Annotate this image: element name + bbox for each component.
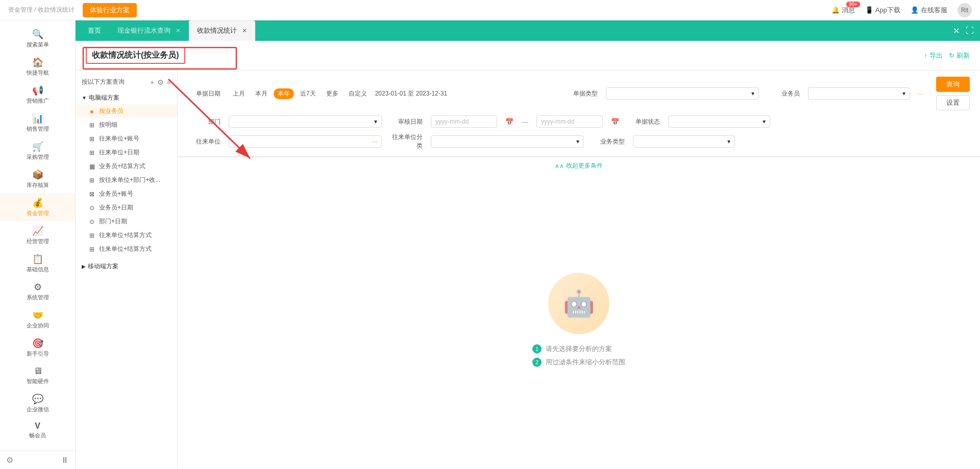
set-button[interactable]: 设置 <box>936 95 970 110</box>
voucher-type-label: 单据类型 <box>565 89 598 98</box>
scheme-item-detail[interactable]: ⊞ 按明细 <box>76 118 177 132</box>
message-button[interactable]: 🔔 消息 99+ <box>831 6 855 15</box>
sidebar-item-search[interactable]: 🔍 搜索菜单 <box>0 25 75 53</box>
sidebar-label-sales: 销售管理 <box>27 125 49 133</box>
sidebar-item-quick[interactable]: 🏠 快捷导航 <box>0 53 75 81</box>
sidebar-item-hardware[interactable]: 🖥 智能硬件 <box>0 362 75 389</box>
sidebar-item-member[interactable]: V 畅会员 <box>0 417 75 443</box>
sidebar-label-search: 搜索菜单 <box>27 41 49 49</box>
scheme-item-unit-settle2-label: 往来单位+结算方式 <box>99 245 152 253</box>
sidebar-item-inventory[interactable]: 📦 库存核算 <box>0 165 75 193</box>
date-tab-thisyear[interactable]: 本年 <box>274 88 294 99</box>
sidebar-item-system[interactable]: ⚙ 系统管理 <box>0 277 75 306</box>
date-tab-thismonth[interactable]: 本月 <box>251 88 272 99</box>
counterparty-select[interactable]: ··· <box>229 135 382 148</box>
sidebar-item-sales[interactable]: 📊 销售管理 <box>0 109 75 137</box>
voucher-type-select[interactable]: ▾ <box>606 87 759 100</box>
business-type-select[interactable]: ▾ <box>633 135 735 148</box>
filter-sidebar-header: 按以下方案查询 + ⚙ « <box>76 75 177 89</box>
sidebar-item-marketing[interactable]: 📢 营销推广 <box>0 81 75 109</box>
online-service-label: 在线客服 <box>921 6 947 15</box>
sidebar-item-finance[interactable]: 💰 资金管理 <box>0 193 75 221</box>
search-icon: 🔍 <box>32 29 43 40</box>
scheme-item-unit-date[interactable]: ⊞ 往来单位+日期 <box>76 146 177 159</box>
date-tab-custom[interactable]: 自定义 <box>345 88 371 99</box>
review-date-from-cal-icon[interactable]: 📅 <box>505 118 513 126</box>
sidebar-label-wechat: 企业微信 <box>27 406 49 413</box>
scheme-item-salesman[interactable]: ● 按业务员 <box>76 104 177 118</box>
query-action-buttons: 查询 设置 <box>936 77 970 110</box>
sidebar-item-purchase[interactable]: 🛒 采购管理 <box>0 137 75 165</box>
date-tab-lastmonth[interactable]: 上月 <box>229 88 249 99</box>
tab-bank[interactable]: 现金银行流水查询 ✕ <box>109 20 189 41</box>
home-icon: 🏠 <box>32 57 43 68</box>
review-date-from[interactable]: yyyy-mm-dd <box>431 115 497 128</box>
add-scheme-button[interactable]: + <box>150 78 154 86</box>
scheme-item-salesman-date[interactable]: ⊙ 业务员+日期 <box>76 201 177 215</box>
salesman-more-icon[interactable]: ··· <box>918 90 924 98</box>
tab-bank-close[interactable]: ✕ <box>176 27 181 34</box>
tab-collection-close[interactable]: ✕ <box>242 27 247 34</box>
collapse-sidebar-button[interactable]: « <box>167 78 171 86</box>
query-button[interactable]: 查询 <box>936 77 970 92</box>
tab-home-label: 首页 <box>88 26 101 35</box>
tab-bar: 首页 现金银行流水查询 ✕ 收款情况统计 ✕ ✕ ⛶ <box>76 20 980 41</box>
unit-date-icon: ⊞ <box>88 149 96 157</box>
filter-row-3: 往来单位 ··· 往来单位分类 ▾ 业务类型 ▾ <box>188 133 970 150</box>
empty-step-2: 2 用过滤条件来缩小分析范围 <box>532 358 625 367</box>
dept-select[interactable]: ▾ <box>229 115 382 128</box>
avatar-text: Rit <box>961 7 969 14</box>
member-icon: V <box>35 421 40 431</box>
mobile-scheme-group-title[interactable]: ▶ 移动端方案 <box>76 260 177 273</box>
scheme-item-unit-account[interactable]: ⊞ 往来单位+账号 <box>76 132 177 146</box>
collapse-icon: ∧∧ <box>555 162 564 170</box>
scheme-item-unit-settle2[interactable]: ⊞ 往来单位+结算方式 <box>76 242 177 256</box>
scheme-item-unit-settle1[interactable]: ⊞ 往来单位+结算方式 <box>76 228 177 242</box>
scheme-item-dept-date[interactable]: ⊙ 部门+日期 <box>76 215 177 228</box>
sidebar-item-guide[interactable]: 🎯 新手引导 <box>0 334 75 362</box>
unit-dept-icon: ⊞ <box>88 176 96 184</box>
tab-close-all-icon[interactable]: ✕ <box>953 26 960 36</box>
sidebar-item-operation[interactable]: 📈 经营管理 <box>0 221 75 249</box>
sidebar-item-wechat[interactable]: 💬 企业微信 <box>0 389 75 417</box>
tab-home[interactable]: 首页 <box>80 20 109 41</box>
salesman-select[interactable]: ▾ <box>808 87 910 100</box>
review-date-to-cal-icon[interactable]: 📅 <box>611 118 619 126</box>
app-download-button[interactable]: 📱 App下载 <box>865 6 900 15</box>
scheme-item-salesman-account[interactable]: ⊠ 业务员+账号 <box>76 187 177 201</box>
counterparty-more-btn[interactable]: ··· <box>372 138 377 145</box>
scheme-item-salesman-settle[interactable]: ▦ 业务员+结算方式 <box>76 159 177 173</box>
profile-area[interactable]: Rit <box>958 3 972 17</box>
scheme-item-unit-account-label: 往来单位+账号 <box>99 134 139 143</box>
unit-account-icon: ⊞ <box>88 135 96 143</box>
chevron-down-salesman: ▾ <box>902 90 905 97</box>
date-tab-more[interactable]: 更多 <box>322 88 342 99</box>
sidebar-item-basic[interactable]: 📋 基础信息 <box>0 249 75 277</box>
filter-row-2: 部门 ▾ 审核日期 yyyy-mm-dd 📅 — yyyy-mm-dd <box>188 115 970 128</box>
refresh-icon: ↻ <box>949 52 954 59</box>
tab-collection[interactable]: 收款情况统计 ✕ <box>189 20 255 41</box>
counterparty-classify-select[interactable]: ▾ <box>431 135 584 148</box>
review-date-to[interactable]: yyyy-mm-dd <box>536 115 603 128</box>
export-button[interactable]: ↑ 导出 <box>924 51 943 60</box>
sidebar-item-enterprise[interactable]: 🤝 企业协同 <box>0 306 75 334</box>
tab-maximize-icon[interactable]: ⛶ <box>966 26 974 35</box>
date-tab-7days[interactable]: 近7天 <box>296 88 320 99</box>
settings-gear-icon[interactable]: ⚙ <box>6 455 13 465</box>
sidebar-bottom: ⚙ ⏸ <box>0 451 75 469</box>
online-service-button[interactable]: 👤 在线客服 <box>911 6 947 15</box>
collapse-bar[interactable]: ∧∧ 收起更多条件 <box>178 157 980 174</box>
purchase-icon: 🛒 <box>32 141 43 152</box>
refresh-button[interactable]: ↻ 刷新 <box>949 51 970 60</box>
download-icon: 📱 <box>865 6 873 14</box>
sidebar-label-enterprise: 企业协同 <box>27 322 49 330</box>
scheme-item-unit-dept[interactable]: ⊞ 按往来单位+部门+收... <box>76 173 177 187</box>
voucher-status-select[interactable]: ▾ <box>668 115 770 128</box>
sidebar-collapse-icon[interactable]: ⏸ <box>61 456 69 465</box>
sidebar-label-operation: 经营管理 <box>27 238 49 245</box>
collapse-label: 收起更多条件 <box>566 161 603 170</box>
desktop-scheme-group-title[interactable]: ▼ 电脑端方案 <box>76 91 177 104</box>
setting-scheme-button[interactable]: ⚙ <box>157 78 164 86</box>
trial-button[interactable]: 体验行业方案 <box>83 3 137 17</box>
step-num-1: 1 <box>532 344 542 354</box>
